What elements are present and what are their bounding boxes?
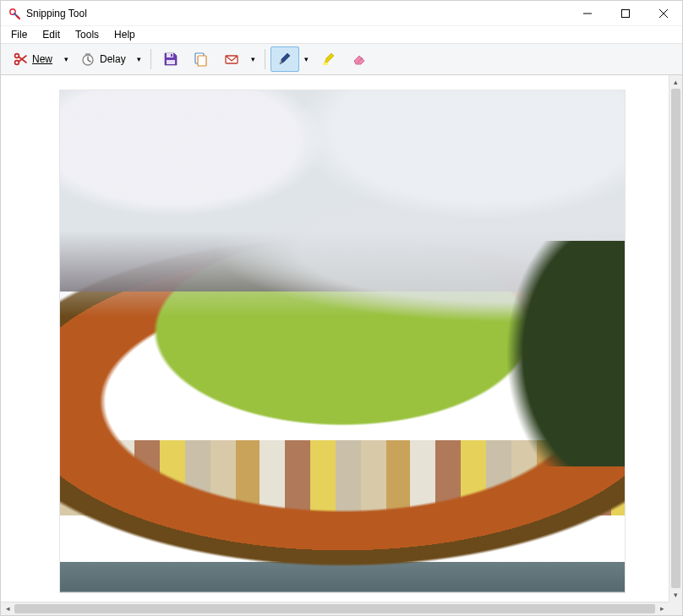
pen-icon <box>276 51 293 68</box>
scroll-right-button[interactable]: ▸ <box>655 602 669 615</box>
chevron-up-icon: ▴ <box>674 79 678 86</box>
captured-image[interactable] <box>60 90 625 592</box>
scissors-icon <box>12 51 29 68</box>
send-snip-button[interactable] <box>217 46 246 72</box>
send-snip-dropdown[interactable]: ▾ <box>248 46 260 72</box>
maximize-button[interactable] <box>606 1 644 25</box>
new-snip-dropdown[interactable]: ▾ <box>60 46 72 72</box>
chevron-down-icon: ▾ <box>64 56 68 63</box>
new-snip-button[interactable]: New <box>6 46 58 72</box>
menu-file[interactable]: File <box>4 27 34 42</box>
app-icon <box>8 7 21 20</box>
window-title: Snipping Tool <box>26 8 87 19</box>
copy-icon <box>193 51 210 68</box>
vertical-scrollbar[interactable]: ▴ ▾ <box>669 75 682 602</box>
menu-edit[interactable]: Edit <box>36 27 67 42</box>
floppy-disk-icon <box>162 51 179 68</box>
chevron-down-icon: ▾ <box>137 56 141 63</box>
menu-bar: File Edit Tools Help <box>1 26 682 43</box>
clock-icon <box>79 51 96 68</box>
close-button[interactable] <box>644 1 682 25</box>
horizontal-scroll-thumb[interactable] <box>14 604 655 613</box>
highlighter-button[interactable] <box>314 46 343 72</box>
delay-dropdown[interactable]: ▾ <box>134 46 145 72</box>
window-controls <box>568 1 682 25</box>
chevron-down-icon: ▾ <box>304 56 309 63</box>
scroll-left-button[interactable]: ◂ <box>1 602 14 615</box>
title-bar: Snipping Tool <box>1 1 682 26</box>
vertical-scroll-thumb[interactable] <box>671 89 680 588</box>
svg-rect-6 <box>171 54 172 57</box>
svg-rect-7 <box>167 60 175 64</box>
new-snip-label: New <box>32 53 52 65</box>
eraser-button[interactable] <box>345 46 374 72</box>
menu-help[interactable]: Help <box>107 27 142 42</box>
highlighter-icon <box>320 51 337 68</box>
save-button[interactable] <box>156 46 185 72</box>
canvas-area: ▴ ▾ ◂ ▸ <box>1 75 682 615</box>
delay-label: Delay <box>100 53 126 65</box>
toolbar-separator <box>265 49 265 69</box>
horizontal-scrollbar[interactable]: ◂ ▸ <box>1 602 669 615</box>
menu-tools[interactable]: Tools <box>68 27 106 42</box>
svg-rect-9 <box>198 56 206 66</box>
horizontal-scroll-track[interactable] <box>14 602 655 615</box>
pen-dropdown[interactable]: ▾ <box>301 46 313 72</box>
chevron-down-icon: ▾ <box>674 591 678 599</box>
copy-button[interactable] <box>187 46 216 72</box>
pen-button[interactable] <box>270 46 299 72</box>
envelope-icon <box>223 51 240 68</box>
svg-rect-1 <box>621 9 629 17</box>
scrollbar-corner <box>669 602 682 615</box>
chevron-right-icon: ▸ <box>660 605 664 613</box>
toolbar-separator <box>150 49 151 69</box>
scroll-up-button[interactable]: ▴ <box>669 75 682 89</box>
minimize-button[interactable] <box>568 1 606 25</box>
chevron-down-icon: ▾ <box>251 56 255 63</box>
delay-button[interactable]: Delay <box>74 46 132 72</box>
canvas-viewport[interactable] <box>1 75 669 602</box>
svg-rect-11 <box>323 63 328 65</box>
vertical-scroll-track[interactable] <box>669 89 682 588</box>
scroll-down-button[interactable]: ▾ <box>669 588 682 602</box>
chevron-left-icon: ◂ <box>6 605 10 613</box>
eraser-icon <box>351 51 368 68</box>
toolbar: New ▾ Delay ▾ <box>1 43 682 75</box>
